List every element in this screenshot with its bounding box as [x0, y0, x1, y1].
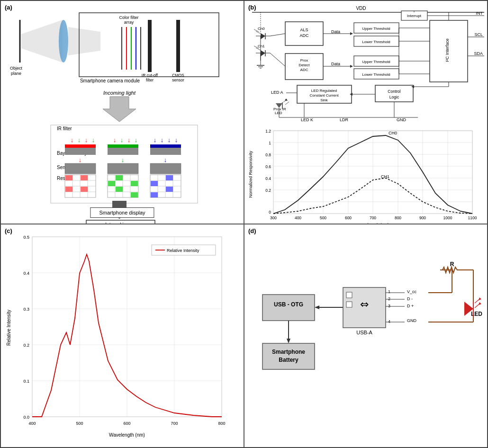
- svg-marker-126: [350, 32, 353, 35]
- svg-text:array: array: [124, 20, 134, 25]
- svg-text:↓: ↓: [168, 136, 171, 143]
- svg-text:900: 900: [419, 215, 426, 220]
- svg-text:Interrupt: Interrupt: [407, 14, 422, 18]
- svg-text:ADC: ADC: [300, 68, 308, 72]
- svg-text:SCL: SCL: [474, 32, 483, 37]
- svg-text:↓: ↓: [71, 136, 74, 143]
- svg-text:CH0: CH0: [389, 131, 397, 135]
- svg-text:0.1: 0.1: [23, 379, 29, 384]
- svg-text:0: 0: [269, 210, 271, 215]
- svg-text:Color filter: Color filter: [119, 15, 138, 20]
- svg-text:↓: ↓: [164, 156, 167, 163]
- main-grid: (a) Object plane Smartphone camera modul…: [0, 0, 488, 448]
- svg-rect-50: [150, 163, 181, 174]
- svg-text:Smartphone camera module: Smartphone camera module: [80, 78, 140, 83]
- svg-text:Wavelength (nm): Wavelength (nm): [109, 432, 145, 438]
- svg-text:↓: ↓: [175, 136, 178, 143]
- svg-rect-258: [346, 292, 352, 298]
- svg-rect-259: [346, 302, 352, 307]
- svg-text:V_cc: V_cc: [407, 289, 417, 294]
- svg-text:500: 500: [76, 421, 83, 426]
- svg-marker-3: [21, 20, 63, 63]
- svg-text:500: 500: [320, 215, 326, 220]
- svg-text:plane: plane: [11, 71, 21, 76]
- svg-text:Ch1: Ch1: [258, 44, 265, 48]
- svg-marker-250: [315, 305, 319, 309]
- svg-rect-85: [151, 192, 158, 197]
- svg-text:Lower Threshold: Lower Threshold: [362, 72, 390, 77]
- svg-text:⇔: ⇔: [360, 298, 369, 310]
- svg-line-123: [270, 53, 285, 66]
- svg-text:Data: Data: [331, 62, 340, 66]
- svg-text:Battery: Battery: [279, 357, 298, 363]
- svg-text:0.4: 0.4: [265, 176, 271, 181]
- svg-text:R: R: [450, 261, 454, 268]
- svg-marker-252: [287, 339, 290, 343]
- svg-text:Constant Current: Constant Current: [310, 93, 339, 98]
- svg-text:700: 700: [370, 215, 376, 220]
- svg-text:0.5: 0.5: [23, 235, 29, 240]
- panel-d-label: (d): [248, 227, 256, 234]
- svg-text:Lower Threshold: Lower Threshold: [362, 40, 390, 44]
- svg-marker-165: [285, 99, 288, 101]
- svg-text:CMOS: CMOS: [172, 73, 184, 78]
- svg-text:↓: ↓: [92, 136, 95, 143]
- svg-rect-48: [65, 163, 96, 174]
- svg-text:USB - OTG: USB - OTG: [274, 301, 303, 308]
- svg-text:Upper Threshold: Upper Threshold: [362, 27, 390, 31]
- svg-text:D +: D +: [407, 304, 414, 308]
- svg-text:1000: 1000: [443, 215, 452, 220]
- svg-line-166: [285, 102, 289, 105]
- svg-rect-72: [116, 187, 123, 192]
- svg-rect-62: [81, 187, 88, 192]
- panel-a-label: (a): [5, 4, 12, 11]
- svg-text:ADC: ADC: [299, 33, 309, 38]
- svg-text:LED K: LED K: [301, 117, 313, 122]
- svg-rect-45: [150, 144, 181, 148]
- svg-text:Smartphone: Smartphone: [272, 349, 305, 355]
- svg-text:Relative Intensity: Relative Intensity: [6, 310, 11, 346]
- svg-text:400: 400: [295, 215, 301, 220]
- svg-text:VDD: VDD: [356, 6, 366, 11]
- responsivity-chart: 1.2 1 0.8 0.6 0.4 0.2 0 300 400 500 600 …: [247, 127, 488, 224]
- svg-text:INT: INT: [476, 11, 483, 16]
- panel-c: (c) 0.5 0.4 0.: [0, 224, 244, 448]
- svg-text:LED Regulated: LED Regulated: [311, 89, 337, 93]
- svg-text:Control: Control: [388, 89, 401, 94]
- smartphone-display-box: Smartphone display: [90, 207, 154, 218]
- svg-marker-5: [68, 27, 100, 55]
- svg-text:↓: ↓: [113, 136, 117, 143]
- svg-rect-70: [116, 175, 123, 180]
- svg-text:LDR: LDR: [340, 117, 349, 122]
- svg-text:Normalized Responsivity: Normalized Responsivity: [248, 151, 253, 198]
- svg-text:Object: Object: [10, 66, 23, 71]
- svg-text:Ch0: Ch0: [258, 27, 265, 31]
- svg-text:Incoming light: Incoming light: [103, 90, 136, 96]
- svg-text:USB-A: USB-A: [356, 330, 372, 335]
- svg-text:LED: LED: [275, 111, 282, 115]
- panel-b-label: (b): [248, 4, 256, 11]
- svg-text:300: 300: [270, 215, 277, 220]
- svg-rect-82: [166, 175, 173, 180]
- svg-text:GND: GND: [397, 117, 407, 122]
- svg-text:↓: ↓: [121, 156, 125, 163]
- svg-text:↓: ↓: [135, 136, 138, 143]
- svg-text:↓: ↓: [127, 136, 131, 143]
- svg-text:600: 600: [345, 215, 352, 220]
- svg-text:filter: filter: [146, 78, 154, 82]
- svg-text:↓: ↓: [79, 156, 82, 163]
- svg-text:1: 1: [269, 141, 271, 145]
- svg-text:0.3: 0.3: [23, 307, 29, 312]
- svg-marker-129: [350, 65, 353, 68]
- svg-text:Relative Intensity: Relative Intensity: [167, 248, 199, 253]
- svg-text:1: 1: [388, 289, 390, 294]
- svg-rect-74: [131, 192, 138, 197]
- panel-c-label: (c): [5, 227, 12, 234]
- panel-a-diagram: Object plane Smartphone camera module Co…: [6, 6, 238, 224]
- svg-text:0.8: 0.8: [265, 152, 271, 157]
- svg-marker-102: [261, 50, 265, 56]
- svg-marker-22: [103, 97, 136, 122]
- svg-text:SDA: SDA: [474, 51, 483, 56]
- svg-text:↓: ↓: [161, 136, 164, 143]
- svg-rect-71: [108, 181, 115, 186]
